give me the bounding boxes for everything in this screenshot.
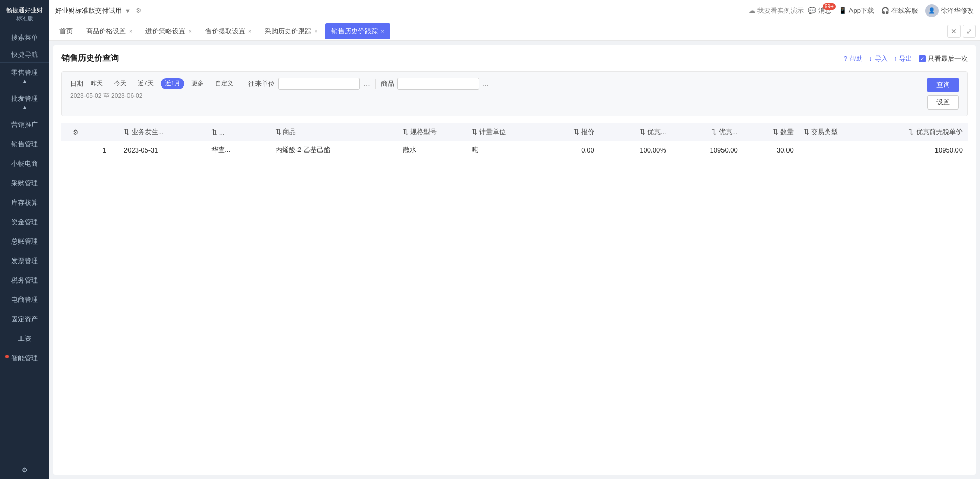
col-price[interactable]: ⇅ 报价 <box>536 123 599 141</box>
export-button[interactable]: ↑ 导出 <box>894 54 913 63</box>
sidebar-item-label: 采购管理 <box>11 179 38 188</box>
topbar: 好业财标准版交付试用 ▼ ⚙ ☁ 我要看实例演示 💬 消息 99+ 📱 App下… <box>49 0 980 21</box>
product-dots[interactable]: ... <box>482 79 489 89</box>
col-product[interactable]: ⇅ 商品 <box>270 123 398 141</box>
from-company-input[interactable] <box>278 78 360 90</box>
row-settings <box>61 141 90 159</box>
col-discount1[interactable]: ⇅ 优惠... <box>600 123 671 141</box>
sidebar-item-smart[interactable]: 智能管理 <box>0 349 49 368</box>
message-icon: 💬 <box>808 7 816 14</box>
logo-subtitle: 标准版 <box>4 15 45 23</box>
col-spec[interactable]: ⇅ 规格型号 <box>398 123 467 141</box>
filter-actions: 查询 设置 <box>927 78 959 110</box>
close-tab-button[interactable]: ✕ <box>947 25 961 38</box>
sidebar-quicknav[interactable]: 快捷导航 <box>0 47 49 63</box>
dropdown-arrow-icon[interactable]: ▼ <box>125 8 131 14</box>
date-range-display: 2023-05-02 至 2023-06-02 <box>70 92 142 99</box>
main-area: 好业财标准版交付试用 ▼ ⚙ ☁ 我要看实例演示 💬 消息 99+ 📱 App下… <box>49 0 980 479</box>
close-icon[interactable]: × <box>248 28 251 34</box>
export-label: 导出 <box>899 54 912 63</box>
tab-home[interactable]: 首页 <box>53 23 79 39</box>
col-more[interactable]: ⇅ ... <box>206 123 270 141</box>
col-label: 交易类型 <box>811 128 838 136</box>
message-button[interactable]: 💬 消息 99+ <box>808 6 832 15</box>
sidebar-item-invoice[interactable]: 发票管理 <box>0 251 49 271</box>
col-discount2[interactable]: ⇅ 优惠... <box>671 123 743 141</box>
sidebar-item-tax[interactable]: 税务管理 <box>0 271 49 290</box>
from-company-dots[interactable]: ... <box>363 79 370 89</box>
page-content: 销售历史价查询 ? 帮助 ↓ 导入 ↑ 导出 ✓ 只看最后一次 <box>53 45 976 475</box>
sidebar-item-wholesale[interactable]: 批发管理 ▲ <box>0 89 49 115</box>
sort-icon: ⇅ <box>211 128 217 136</box>
app-download-label: App下载 <box>849 6 874 15</box>
sort-icon: ⇅ <box>573 128 579 136</box>
sidebar-item-ecommerce[interactable]: 电商管理 <box>0 290 49 310</box>
demo-button[interactable]: ☁ 我要看实例演示 <box>749 6 804 15</box>
col-unit[interactable]: ⇅ 计量单位 <box>466 123 536 141</box>
import-icon: ↓ <box>869 55 872 62</box>
avatar: 👤 <box>925 4 939 17</box>
tab-label: 进价策略设置 <box>145 27 185 36</box>
cloud-icon: ☁ <box>749 7 755 14</box>
tab-product-price[interactable]: 商品价格设置 × <box>80 23 138 39</box>
help-button[interactable]: ? 帮助 <box>844 54 863 63</box>
sidebar-item-fixed-assets[interactable]: 固定资产 <box>0 310 49 329</box>
date-btn-last7[interactable]: 近7天 <box>134 78 158 89</box>
sidebar-item-label: 税务管理 <box>11 276 38 285</box>
chevron-icon: ▲ <box>22 78 27 84</box>
tab-sale-extract[interactable]: 售价提取设置 × <box>199 23 258 39</box>
sidebar-item-finance[interactable]: 资金管理 <box>0 212 49 232</box>
tab-purchase-history[interactable]: 采购历史价跟踪 × <box>259 23 324 39</box>
col-date[interactable]: ⇅ 业务发生... <box>119 123 206 141</box>
mobile-icon: 📱 <box>839 7 847 14</box>
sidebar-item-salary[interactable]: 工资 <box>0 329 49 349</box>
sidebar-item-inventory[interactable]: 库存核算 <box>0 193 49 212</box>
sort-icon: ⇅ <box>403 128 409 136</box>
close-icon[interactable]: × <box>188 28 191 34</box>
close-icon[interactable]: × <box>381 28 384 34</box>
data-table: ⚙ ⇅ 业务发生... ⇅ ... ⇅ 商品 <box>61 123 968 159</box>
col-settings[interactable]: ⚙ <box>61 123 90 141</box>
date-btn-yesterday[interactable]: 昨天 <box>87 78 107 89</box>
col-label: 数量 <box>780 128 794 136</box>
col-trans-type[interactable]: ⇅ 交易类型 <box>799 123 868 141</box>
date-btn-today[interactable]: 今天 <box>110 78 131 89</box>
import-button[interactable]: ↓ 导入 <box>869 54 888 63</box>
gear-icon[interactable]: ⚙ <box>136 7 142 14</box>
row-product: 丙烯酸-2-乙基己酯 <box>270 141 398 159</box>
col-qty[interactable]: ⇅ 数量 <box>743 123 799 141</box>
sidebar-item-marketing[interactable]: 营销推广 <box>0 115 49 135</box>
user-menu[interactable]: 👤 徐泽华修改 <box>925 4 974 17</box>
tab-purchase-strategy[interactable]: 进价策略设置 × <box>139 23 198 39</box>
date-btn-last1m[interactable]: 近1月 <box>161 78 185 89</box>
chevron-icon: ▲ <box>22 104 27 110</box>
query-button[interactable]: 查询 <box>927 78 959 92</box>
sidebar-item-retail[interactable]: 零售管理 ▲ <box>0 63 49 89</box>
sidebar-item-ledger[interactable]: 总账管理 <box>0 232 49 251</box>
online-service-button[interactable]: 🎧 在线客服 <box>881 6 918 15</box>
sidebar-settings[interactable]: ⚙ <box>0 461 49 479</box>
sidebar: 畅捷通好业财 标准版 搜索菜单 快捷导航 零售管理 ▲ 批发管理 ▲ 营销推广 … <box>0 0 49 479</box>
page-header: 销售历史价查询 ? 帮助 ↓ 导入 ↑ 导出 ✓ 只看最后一次 <box>61 53 968 64</box>
tab-sale-history[interactable]: 销售历史价跟踪 × <box>325 23 390 39</box>
product-input[interactable] <box>397 78 479 90</box>
col-label: ... <box>219 128 225 136</box>
maximize-button[interactable]: ⤢ <box>963 25 976 38</box>
date-btn-custom[interactable]: 自定义 <box>211 78 238 89</box>
tab-label: 采购历史价跟踪 <box>265 27 311 36</box>
col-notax-price[interactable]: ⇅ 优惠前无税单价 <box>867 123 968 141</box>
sidebar-item-purchase[interactable]: 采购管理 <box>0 173 49 193</box>
notification-dot <box>5 355 9 358</box>
app-download-button[interactable]: 📱 App下载 <box>839 6 874 15</box>
close-icon[interactable]: × <box>129 28 132 34</box>
sidebar-item-label: 营销推广 <box>11 120 38 129</box>
sidebar-item-ecommerce-small[interactable]: 小畅电商 <box>0 154 49 173</box>
tab-label: 首页 <box>59 27 73 36</box>
sidebar-search[interactable]: 搜索菜单 <box>0 29 49 47</box>
close-icon[interactable]: × <box>314 28 317 34</box>
date-btn-more[interactable]: 更多 <box>187 78 208 89</box>
filter-settings-button[interactable]: 设置 <box>927 95 959 110</box>
sidebar-item-sales[interactable]: 销售管理 <box>0 135 49 154</box>
export-icon: ↑ <box>894 55 898 62</box>
only-last-checkbox[interactable]: ✓ 只看最后一次 <box>919 54 968 63</box>
